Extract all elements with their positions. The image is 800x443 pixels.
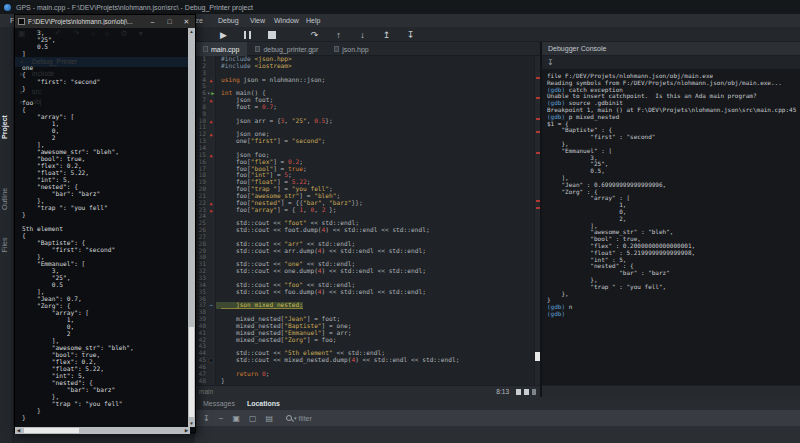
code-line[interactable]: 48} bbox=[195, 378, 534, 385]
gutter-cell bbox=[207, 337, 216, 344]
up-arrow-icon[interactable]: ↑ bbox=[333, 29, 344, 41]
warn-marker[interactable]: ▲ bbox=[207, 131, 216, 138]
gutter-cell bbox=[207, 159, 216, 166]
code-line[interactable]: 35 std::cout << foo.dump(4) << std::endl… bbox=[195, 289, 534, 296]
code-line[interactable]: 42 mixed_nested["Zorg"] = foo; bbox=[195, 337, 534, 344]
app-icon bbox=[4, 4, 11, 11]
remove-icon[interactable]: − bbox=[219, 414, 224, 423]
warning-icon: ▲ bbox=[209, 207, 212, 213]
bottom-tab-locations[interactable]: Locations bbox=[247, 400, 280, 407]
bottom-tab-messages[interactable]: Messages bbox=[203, 400, 235, 407]
code-line[interactable]: 8 foot = 0.7; bbox=[195, 104, 534, 111]
program-console-window[interactable]: F:\DEV\Projets\nlohmann.json\obj\... – □… bbox=[14, 14, 196, 433]
scroll-up-icon[interactable]: ▲ bbox=[188, 28, 195, 35]
code-line[interactable]: 37→ json mixed_nested; bbox=[195, 302, 534, 309]
scrollbar-thumb[interactable] bbox=[24, 428, 79, 433]
gutter-cell bbox=[207, 234, 216, 241]
code-line[interactable]: 26 std::cout << foot.dump(4) << std::end… bbox=[195, 227, 534, 234]
vertical-scrollbar[interactable]: ▲ ▼ bbox=[188, 28, 195, 427]
warn-marker[interactable]: ▲ bbox=[207, 77, 216, 84]
scroll-left-icon[interactable]: ◀ bbox=[15, 427, 22, 434]
exec-marker[interactable]: ▾▶ bbox=[207, 90, 216, 97]
scrollbar-thumb[interactable] bbox=[189, 327, 194, 417]
gutter-cell bbox=[207, 309, 216, 316]
console-title-bar[interactable]: F:\DEV\Projets\nlohmann.json\obj\... – □… bbox=[15, 15, 195, 28]
sidebar-tab-project[interactable]: Project bbox=[1, 97, 13, 157]
code-line[interactable]: 23▲ foo["array"] = { 1, 0, 2 }; bbox=[195, 207, 534, 214]
code-line[interactable]: 4▲using json = nlohmann::json; bbox=[195, 77, 534, 84]
search-icon bbox=[286, 415, 292, 421]
stop-icon[interactable] bbox=[266, 29, 277, 41]
gutter-cell bbox=[207, 213, 216, 220]
warn-marker[interactable]: ▲ bbox=[207, 152, 216, 159]
code-line[interactable]: 45● std::cout << mixed_nested.dump(4) <<… bbox=[195, 357, 534, 364]
continue-icon[interactable]: ▶ bbox=[218, 29, 229, 41]
code-text: json mixed_nested; bbox=[216, 302, 303, 309]
code-line[interactable]: 47 return 0; bbox=[195, 371, 534, 378]
minimize-button[interactable]: – bbox=[144, 18, 161, 25]
menu-view[interactable]: View bbox=[248, 14, 267, 27]
import-icon[interactable]: ↧ bbox=[203, 414, 210, 423]
down-bar-arrow-icon[interactable]: ↧ bbox=[405, 29, 416, 41]
editor-pane: main.cppdebug_printer.gprjson.hpp 1#incl… bbox=[195, 42, 540, 397]
gutter-cell bbox=[207, 330, 216, 337]
file-icon bbox=[334, 46, 339, 52]
code-editor[interactable]: 1#include <json.hpp>2#include <iostream>… bbox=[195, 56, 534, 385]
code-line[interactable]: 10▲ json arr = {3, "25", 0.5}; bbox=[195, 118, 534, 125]
gutter-cell bbox=[207, 289, 216, 296]
warning-icon: ▲ bbox=[209, 118, 212, 124]
horizontal-scrollbar[interactable]: ◀ ▶ bbox=[15, 427, 190, 434]
copy-icon[interactable]: ▢ bbox=[249, 414, 257, 423]
tab-debug-printer-gpr[interactable]: debug_printer.gpr bbox=[247, 42, 326, 56]
gutter-cell bbox=[207, 261, 216, 268]
warn-marker[interactable]: ▲ bbox=[207, 207, 216, 214]
save-icon[interactable]: ▣ bbox=[232, 414, 240, 423]
warning-icon: ▲ bbox=[209, 131, 212, 137]
up-bar-arrow-icon[interactable]: ↥ bbox=[381, 29, 392, 41]
breakpoint-icon[interactable]: ● bbox=[209, 356, 213, 363]
scroll-right-icon[interactable]: ▶ bbox=[183, 427, 190, 434]
gutter-cell bbox=[207, 145, 216, 152]
down-arrow-icon[interactable]: ↓ bbox=[357, 29, 368, 41]
warn-marker[interactable]: ▲ bbox=[207, 200, 216, 207]
step-over-icon[interactable]: ↷ bbox=[309, 29, 320, 41]
console-body[interactable]: 3, "25", 0.5 ] one { "first": "second" }… bbox=[15, 28, 195, 434]
warn-marker[interactable]: ▲ bbox=[207, 97, 216, 104]
menu-help[interactable]: Help bbox=[304, 14, 322, 27]
code-line[interactable]: 29 std::cout << arr.dump(4) << std::endl… bbox=[195, 248, 534, 255]
code-line[interactable]: 2#include <iostream> bbox=[195, 63, 534, 70]
bp-marker[interactable]: ● bbox=[207, 357, 216, 364]
sidebar-tab-files[interactable]: Files bbox=[1, 215, 13, 275]
debugger-console-header[interactable]: Debugger Console bbox=[542, 42, 800, 56]
tab-json-hpp[interactable]: json.hpp bbox=[326, 42, 376, 56]
scroll-down-icon[interactable]: ▼ bbox=[188, 420, 195, 427]
title-bar: GPS - main.cpp - F:\DEV\Projets\nlohmann… bbox=[0, 0, 800, 14]
chevron-down-icon: ▾ bbox=[294, 415, 297, 421]
code-text: using json = nlohmann::json; bbox=[216, 77, 325, 84]
console-title: F:\DEV\Projets\nlohmann.json\obj\... bbox=[28, 18, 144, 25]
editor-tab-bar: main.cppdebug_printer.gprjson.hpp bbox=[195, 42, 540, 56]
maximize-button[interactable]: □ bbox=[161, 18, 178, 25]
gdb-output[interactable]: file F:/DEV/Projets/nlohmann.json/obj/ma… bbox=[542, 70, 800, 385]
clear-icon[interactable]: ▤ bbox=[266, 414, 274, 423]
file-icon bbox=[255, 46, 260, 52]
code-line[interactable]: 13 one["first"] = "second"; bbox=[195, 138, 534, 145]
menu-window[interactable]: Window bbox=[272, 14, 301, 27]
menu-debug[interactable]: Debug bbox=[216, 14, 241, 27]
gutter-cell bbox=[207, 254, 216, 261]
warning-icon: ▲ bbox=[209, 152, 212, 158]
cur-marker[interactable]: → bbox=[207, 302, 216, 309]
file-icon bbox=[203, 46, 208, 52]
filter-input[interactable]: ▾ filter bbox=[286, 415, 312, 422]
window-title: GPS - main.cpp - F:\DEV\Projets\nlohmann… bbox=[16, 4, 253, 11]
code-line[interactable]: 32 std::cout << one.dump(4) << std::endl… bbox=[195, 268, 534, 275]
file-icon[interactable] bbox=[516, 389, 521, 395]
file-icon[interactable] bbox=[524, 389, 529, 395]
tab-main-cpp[interactable]: main.cpp bbox=[195, 42, 247, 56]
pause-icon[interactable] bbox=[242, 29, 253, 41]
load-icon[interactable]: ↧ bbox=[547, 58, 554, 67]
debugger-footer bbox=[542, 385, 800, 397]
warn-marker[interactable]: ▲ bbox=[207, 118, 216, 125]
close-button[interactable]: ✕ bbox=[178, 18, 195, 26]
fold-arrow-icon[interactable]: ▾ bbox=[207, 90, 210, 96]
